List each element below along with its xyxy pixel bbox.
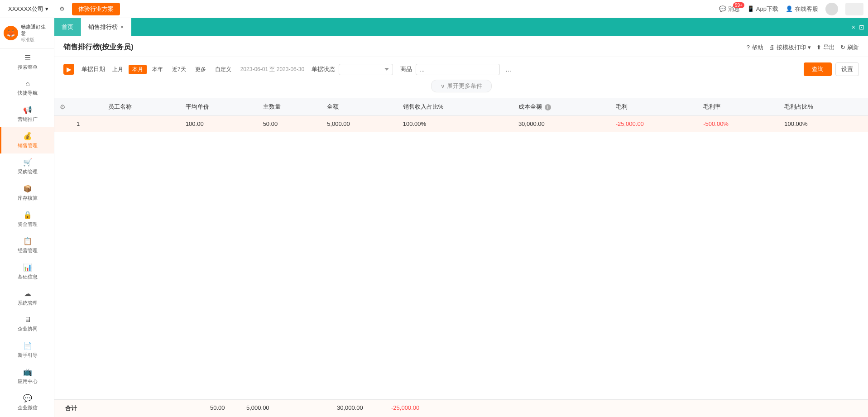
service-icon: 👤 <box>786 5 793 12</box>
export-icon: ⬆ <box>816 44 821 51</box>
export-button[interactable]: ⬆ 导出 <box>816 43 835 52</box>
th-settings: ⚙ <box>54 98 71 116</box>
print-button[interactable]: 🖨 按模板打印 ▾ <box>769 43 811 52</box>
chevron-down-icon: ▾ <box>45 5 48 12</box>
tab-close-icon[interactable]: × <box>120 24 124 30</box>
footer-cost: 30,000.00 <box>331 404 386 412</box>
td-name <box>103 116 180 132</box>
search-icon: ☰ <box>24 53 31 62</box>
settings-icon[interactable]: ⚙ <box>56 3 68 15</box>
sidebar-item-purchase[interactable]: 🛒 采购管理 <box>0 153 54 180</box>
th-sales-pct: 销售收入占比% <box>398 98 513 116</box>
status-select[interactable] <box>339 64 393 75</box>
th-rank <box>71 98 103 116</box>
expand-more-button[interactable]: ∨ 展开更多条件 <box>431 80 492 92</box>
sidebar-item-member[interactable]: V 畅会员 <box>0 416 54 417</box>
sidebar-item-quick-nav[interactable]: ⌂ 快捷导航 <box>0 75 54 101</box>
sidebar-item-app-center[interactable]: 📺 应用中心 <box>0 363 54 389</box>
date-label: 单据日期 <box>82 65 105 73</box>
tab-home[interactable]: 首页 <box>54 18 81 36</box>
refresh-button[interactable]: ↻ 刷新 <box>840 43 859 52</box>
online-service-label: 在线客服 <box>795 5 818 13</box>
avatar[interactable] <box>825 3 838 15</box>
footer-cells: 合计 50.00 5,000.00 30,000.00 -25,000.00 <box>60 404 863 412</box>
td-rank: 1 <box>71 116 103 132</box>
sidebar-item-sales[interactable]: 💰 销售管理 <box>0 127 54 153</box>
sidebar-item-operations[interactable]: 📋 经营管理 <box>0 232 54 259</box>
goods-input[interactable] <box>416 64 500 75</box>
tab-close-all-icon[interactable]: × <box>852 24 855 31</box>
expand-label: 展开更多条件 <box>447 82 482 90</box>
date-tab-this-month[interactable]: 本月 <box>129 65 147 74</box>
data-table: ⚙ 员工名称 平均单价 主数量 全额 销售收入占比% 成本全额 i <box>54 98 868 132</box>
sidebar-item-guide[interactable]: 📄 新手引导 <box>0 337 54 363</box>
td-amount: 5,000.00 <box>321 116 398 132</box>
td-gross-rate: -500.00% <box>698 116 779 132</box>
filter-row: ▶ 单据日期 上月 本月 本年 近7天 更多 自定义 2023-06-01 至 … <box>63 62 859 76</box>
table-row: 1 100.00 50.00 5,000.00 100.00% 30,000.0… <box>54 116 868 132</box>
status-filter: 单据状态 <box>312 64 393 75</box>
date-tab-custom[interactable]: 自定义 <box>211 65 235 74</box>
sidebar-label-guide: 新手引导 <box>18 352 38 359</box>
tab-restore-icon[interactable]: ⊡ <box>859 24 864 31</box>
enterprise-icon: 🖥 <box>24 316 31 324</box>
settings-button[interactable]: 设置 <box>835 62 859 76</box>
date-tab-more[interactable]: 更多 <box>192 65 210 74</box>
th-avg-price: 平均单价 <box>180 98 258 116</box>
th-gross-rate: 毛利率 <box>698 98 779 116</box>
filter-toggle-btn[interactable]: ▶ <box>63 64 74 75</box>
sidebar-item-search-order[interactable]: ☰ 搜索菜单 <box>0 49 54 75</box>
message-btn[interactable]: 💬 消息 99+ <box>719 5 740 13</box>
sidebar-item-capital[interactable]: 🔒 资金管理 <box>0 206 54 232</box>
tab-active-label: 销售排行榜 <box>88 23 118 31</box>
footer-empty1 <box>114 404 168 412</box>
tab-sales-ranking[interactable]: 销售排行榜 × <box>81 18 131 36</box>
sidebar-item-basic-info[interactable]: 📊 基础信息 <box>0 259 54 285</box>
export-label: 导出 <box>823 43 835 52</box>
top-bar-left: XXXXXX公司 ▾ ⚙ 体验行业方案 <box>5 3 719 15</box>
content-area: 首页 销售排行榜 × × ⊡ 销售排行榜(按业务员) ? 帮助 <box>54 18 868 417</box>
sidebar-item-inventory[interactable]: 📦 库存核算 <box>0 180 54 206</box>
table-wrapper: ⚙ 员工名称 平均单价 主数量 全额 销售收入占比% 成本全额 i <box>54 98 868 399</box>
print-icon: 🖨 <box>769 44 775 51</box>
th-name: 员工名称 <box>103 98 180 116</box>
status-label: 单据状态 <box>312 65 335 73</box>
table-header-row: ⚙ 员工名称 平均单价 主数量 全额 销售收入占比% 成本全额 i <box>54 98 868 116</box>
sidebar: 🦊 畅康通好生意 标准版 ☰ 搜索菜单 ⌂ 快捷导航 📢 营销推广 💰 销售管理… <box>0 18 54 417</box>
app-download-btn[interactable]: 📱 App下载 <box>747 5 778 13</box>
query-button[interactable]: 查询 <box>804 62 832 76</box>
sidebar-item-enterprise[interactable]: 🖥 企业协同 <box>0 311 54 337</box>
app-center-icon: 📺 <box>23 368 32 376</box>
refresh-label: 刷新 <box>847 43 859 52</box>
help-label: 帮助 <box>752 43 763 52</box>
purchase-icon: 🛒 <box>23 158 32 167</box>
online-service-btn[interactable]: 👤 在线客服 <box>786 5 818 13</box>
query-actions: 查询 设置 <box>804 62 859 76</box>
sidebar-label-enterprise: 企业协同 <box>18 326 38 332</box>
date-tab-this-year[interactable]: 本年 <box>149 65 167 74</box>
company-selector[interactable]: XXXXXX公司 ▾ <box>5 3 52 15</box>
sidebar-item-marketing[interactable]: 📢 营销推广 <box>0 101 54 127</box>
print-label: 按模板打印 <box>777 43 806 52</box>
logo-title: 畅康通好生意 <box>21 24 50 37</box>
message-badge: 99+ <box>733 2 744 8</box>
date-tab-last-month[interactable]: 上月 <box>109 65 127 74</box>
message-icon: 💬 <box>719 5 726 12</box>
help-button[interactable]: ? 帮助 <box>747 43 763 52</box>
td-sales-pct: 100.00% <box>398 116 513 132</box>
sidebar-item-wechat[interactable]: 💬 企业微信 <box>0 389 54 416</box>
date-tab-7days[interactable]: 近7天 <box>168 65 190 74</box>
footer-empty3 <box>286 404 331 412</box>
help-icon: ? <box>747 44 750 51</box>
sidebar-item-system[interactable]: ☁ 系统管理 <box>0 285 54 311</box>
goods-more-btn[interactable]: … <box>505 66 511 73</box>
table-settings-icon[interactable]: ⚙ <box>60 103 66 110</box>
capital-icon: 🔒 <box>23 211 32 219</box>
date-tabs: 上月 本月 本年 近7天 更多 自定义 <box>109 65 235 74</box>
cost-info-icon[interactable]: i <box>545 104 551 110</box>
td-settings <box>54 116 71 132</box>
footer-qty: 50.00 <box>205 404 241 412</box>
goods-filter: 商品 … <box>400 64 511 75</box>
sidebar-label-system: 系统管理 <box>18 300 38 307</box>
trial-button[interactable]: 体验行业方案 <box>72 3 120 15</box>
